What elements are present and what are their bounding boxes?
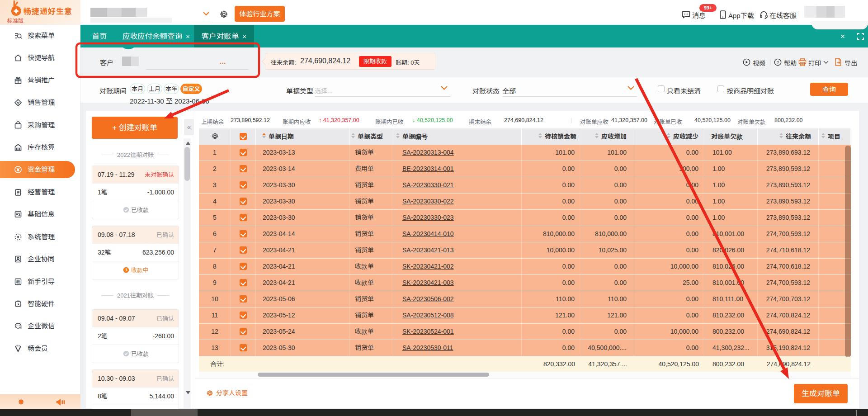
svg-text:?: ? <box>777 60 779 65</box>
svg-text:新: 新 <box>16 279 20 285</box>
